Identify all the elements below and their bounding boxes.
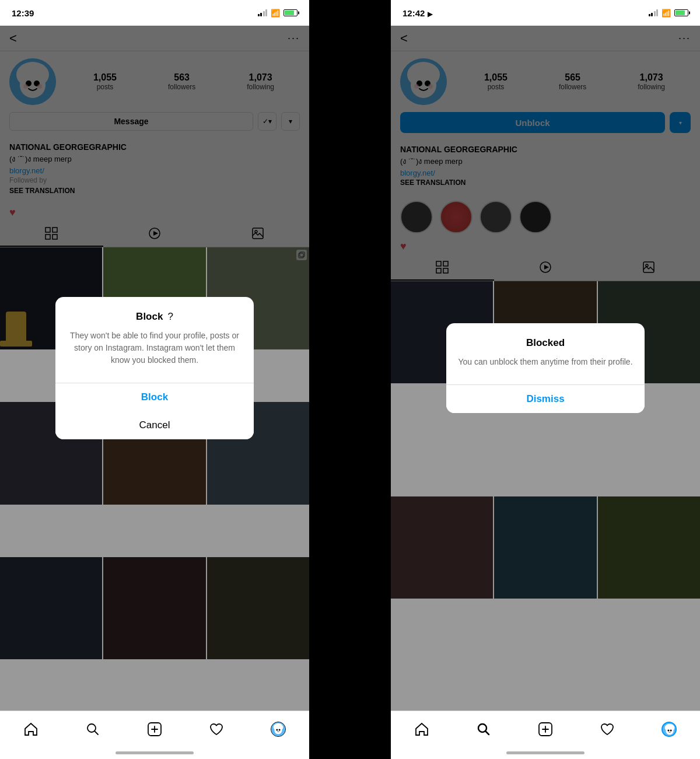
search-nav-right[interactable] <box>471 716 496 742</box>
status-bar-right: 12:42 ▶ 📶 <box>391 0 700 26</box>
home-nav-left[interactable] <box>18 716 44 742</box>
svg-point-22 <box>276 729 278 730</box>
block-modal-content: Block ? They won't be able to find your … <box>55 297 254 383</box>
svg-point-44 <box>667 729 669 731</box>
blocked-modal: Blocked You can unblock them anytime fro… <box>446 323 645 413</box>
search-nav-left[interactable] <box>80 716 106 742</box>
dismiss-button[interactable]: Dismiss <box>446 385 645 413</box>
overlay-right: Blocked You can unblock them anytime fro… <box>391 26 700 711</box>
left-phone: 12:39 📶 < ··· <box>0 0 309 759</box>
block-modal-body: They won't be able to find your profile,… <box>67 330 242 366</box>
block-modal: Block ? They won't be able to find your … <box>55 297 254 439</box>
svg-point-23 <box>279 729 281 730</box>
wifi-icon: 📶 <box>271 9 280 18</box>
svg-point-43 <box>666 727 673 734</box>
block-confirm-button[interactable]: Block <box>55 383 254 411</box>
svg-point-45 <box>670 729 672 731</box>
cancel-button[interactable]: Cancel <box>55 411 254 439</box>
location-arrow-icon: ▶ <box>428 11 432 18</box>
home-indicator-left <box>116 751 194 754</box>
status-bar-left: 12:39 📶 <box>0 0 309 26</box>
blocked-modal-title: Blocked <box>526 337 565 349</box>
battery-icon-right <box>674 9 688 16</box>
home-nav-right[interactable] <box>409 716 435 742</box>
add-nav-left[interactable] <box>142 716 167 742</box>
profile-nav-left[interactable] <box>265 716 291 742</box>
blocked-modal-content: Blocked You can unblock them anytime fro… <box>446 323 645 384</box>
svg-point-21 <box>274 726 282 734</box>
add-nav-right[interactable] <box>533 716 558 742</box>
overlay-left: Block ? They won't be able to find your … <box>0 26 309 711</box>
battery-icon <box>284 9 298 16</box>
status-icons-right: 📶 <box>649 9 689 18</box>
heart-nav-right[interactable] <box>594 716 620 742</box>
heart-nav-left[interactable] <box>204 716 229 742</box>
profile-nav-right[interactable] <box>656 716 682 742</box>
right-phone: 12:42 ▶ 📶 < ··· <box>391 0 700 759</box>
signal-icon-right <box>649 9 659 16</box>
signal-icon <box>258 9 268 16</box>
block-modal-title: Block <box>136 311 163 323</box>
time-left: 12:39 <box>12 8 34 18</box>
home-indicator-right <box>506 751 584 754</box>
status-icons-left: 📶 <box>258 9 298 18</box>
blocked-modal-body: You can unblock them anytime from their … <box>458 356 633 368</box>
wifi-icon-right: 📶 <box>662 9 671 18</box>
time-right: 12:42 ▶ <box>402 8 432 18</box>
block-modal-question: ? <box>167 311 173 323</box>
